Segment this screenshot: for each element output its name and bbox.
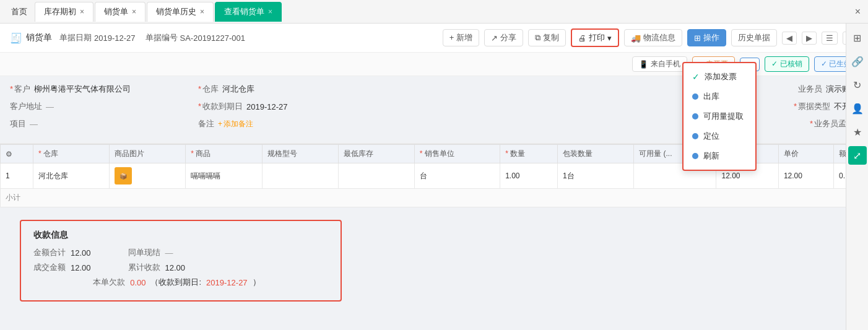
- customer-field: 客户 柳州粤港平安气体有限公司: [10, 84, 183, 95]
- right-sidebar: ⊞ 🔗 ↻ 👤 ★ ⤢: [846, 24, 868, 314]
- staff-label: 业务员: [798, 84, 822, 95]
- dot-icon: [692, 93, 698, 100]
- tab-sales-history[interactable]: 销货单历史 ×: [147, 2, 214, 22]
- dropdown-available-pick[interactable]: 可用量提取: [684, 106, 755, 126]
- cell-min-stock: [338, 163, 414, 189]
- tab-close-all[interactable]: ×: [853, 4, 863, 20]
- address-label: 客户地址: [10, 101, 42, 112]
- dot-icon-2: [692, 113, 698, 119]
- col-warehouse: * 仓库: [33, 145, 110, 163]
- doc-actions: + 新增 ↗ 分享 ⧉ 复制 🖨 打印 ▾ 🚚 物流信息 ⊞ 操作: [443, 28, 858, 47]
- payment-date-value: 2019-12-27: [246, 102, 288, 111]
- from-phone-button[interactable]: 📱 来自手机: [632, 56, 687, 72]
- tab-inventory[interactable]: 库存期初 ×: [35, 2, 93, 22]
- copy-button[interactable]: ⧉ 复制: [528, 29, 566, 46]
- refresh-label: 刷新: [703, 150, 719, 162]
- doc-date-value: 2019-12-27: [94, 33, 136, 43]
- payment-row-2: 成交金额 12.00 累计收款 12.00: [33, 262, 328, 273]
- same-order-label: 同单现结: [128, 247, 160, 258]
- cell-sales-unit: 台: [414, 163, 500, 189]
- col-spec: 规格型号: [262, 145, 338, 163]
- due-note: （收款到期日:: [150, 277, 201, 288]
- dot-icon-4: [692, 153, 698, 159]
- operate-dropdown: ✓ 添加发票 出库 可用量提取 定位 刷新: [682, 62, 757, 171]
- settings-icon: ⚙: [6, 150, 12, 158]
- tab-close-sales-history[interactable]: ×: [200, 7, 204, 16]
- dropdown-outbound[interactable]: 出库: [684, 87, 755, 106]
- phone-icon: 📱: [639, 60, 648, 69]
- dropdown-add-invoice[interactable]: ✓ 添加发票: [684, 67, 755, 87]
- tab-sales[interactable]: 销货单 ×: [95, 2, 145, 22]
- operate-icon: ⊞: [694, 33, 701, 43]
- logistics-button[interactable]: 🚚 物流信息: [624, 29, 682, 46]
- due-note-end: ）: [253, 277, 261, 288]
- tab-home[interactable]: 首页: [5, 2, 33, 21]
- bottom-section: 收款信息 金额合计 12.00 同单现结 — 成交金额 12.00 累计收款: [0, 207, 868, 314]
- warehouse-label: 仓库: [198, 84, 219, 95]
- notes-field: 备注 + 添加备注: [198, 118, 371, 129]
- cancelled-button[interactable]: ✓ 已核销: [765, 56, 809, 72]
- operate-button[interactable]: ⊞ 操作: [687, 29, 726, 46]
- new-button[interactable]: + 新增: [443, 29, 479, 46]
- deal-label: 成交金额: [33, 262, 66, 273]
- payment-info-box: 收款信息 金额合计 12.00 同单现结 — 成交金额 12.00 累计收款: [20, 220, 342, 302]
- col-min-stock: 最低库存: [338, 145, 414, 163]
- sidebar-refresh-icon[interactable]: ↻: [848, 76, 867, 94]
- sidebar-table-icon[interactable]: ⊞: [848, 28, 867, 47]
- tab-close-sales[interactable]: ×: [132, 7, 136, 16]
- view-list[interactable]: ☰: [822, 32, 838, 45]
- sidebar-user-icon[interactable]: 👤: [848, 99, 867, 118]
- doc-title-text: 销货单: [26, 32, 52, 43]
- col-sales-unit: * 销售单位: [414, 145, 500, 163]
- address-field: 客户地址 —: [10, 101, 183, 112]
- tab-close-inventory[interactable]: ×: [80, 7, 84, 16]
- plus-icon: +: [218, 119, 222, 128]
- customer-label: 客户: [10, 84, 30, 95]
- payment-info-title: 收款信息: [33, 230, 328, 241]
- same-order-value: —: [165, 248, 173, 258]
- col-unit-price: 单价: [778, 145, 833, 163]
- col-settings[interactable]: ⚙: [1, 145, 33, 163]
- check-circle-blue-icon: ✓: [821, 59, 827, 68]
- cell-unit-price: 12.00: [778, 163, 833, 189]
- project-label: 项目: [10, 118, 26, 129]
- doc-icon: 🧾: [10, 32, 22, 44]
- cumulative-field: 累计收款 12.00: [128, 262, 186, 273]
- dropdown-refresh[interactable]: 刷新: [684, 146, 755, 166]
- col-image: 商品图片: [110, 145, 186, 163]
- deal-field: 成交金额 12.00: [33, 262, 91, 273]
- due-date: 2019-12-27: [206, 278, 248, 287]
- doc-date-label: 单据日期: [59, 32, 92, 43]
- nav-prev[interactable]: ◀: [782, 32, 797, 45]
- locate-label: 定位: [703, 131, 719, 142]
- payment-date-label: 收款到期日: [198, 101, 243, 112]
- doc-meta: 单据日期 2019-12-27 单据编号 SA-20191227-001: [59, 32, 245, 43]
- cell-pack-qty: 1台: [558, 163, 634, 189]
- sidebar-expand-icon[interactable]: ⤢: [848, 146, 867, 165]
- cell-warehouse: 河北仓库: [33, 163, 110, 189]
- doc-title: 🧾 销货单: [10, 32, 52, 44]
- cell-image: 📦: [110, 163, 186, 189]
- col-product: * 商品: [186, 145, 262, 163]
- customer-value: 柳州粤港平安气体有限公司: [34, 84, 131, 95]
- sidebar-link-icon[interactable]: 🔗: [848, 52, 867, 71]
- print-chevron: ▾: [607, 33, 612, 43]
- add-note-button[interactable]: + 添加备注: [218, 119, 253, 129]
- sidebar-star-icon[interactable]: ★: [848, 123, 867, 141]
- ticket-label: 票据类型: [794, 101, 830, 112]
- product-thumbnail: 📦: [115, 167, 132, 185]
- due-field: 金额合计 12.00 本单欠款 0.00 （收款到期日: 2019-12-27 …: [33, 277, 261, 288]
- share-button[interactable]: ↗ 分享: [484, 29, 523, 46]
- tab-close-view-sales[interactable]: ×: [268, 7, 272, 16]
- history-button[interactable]: 历史单据: [731, 29, 777, 46]
- cumulative-label: 累计收款: [128, 262, 160, 273]
- print-button[interactable]: 🖨 打印 ▾: [571, 28, 619, 47]
- project-field: 项目 —: [10, 118, 183, 129]
- nav-next[interactable]: ▶: [802, 32, 817, 45]
- logistics-icon: 🚚: [631, 33, 641, 43]
- total-value: 12.00: [71, 248, 91, 258]
- same-order-field: 同单现结 —: [128, 247, 173, 258]
- dropdown-locate[interactable]: 定位: [684, 126, 755, 146]
- tab-view-sales[interactable]: 查看销货单 ×: [215, 2, 282, 22]
- col-quantity: * 数量: [500, 145, 558, 163]
